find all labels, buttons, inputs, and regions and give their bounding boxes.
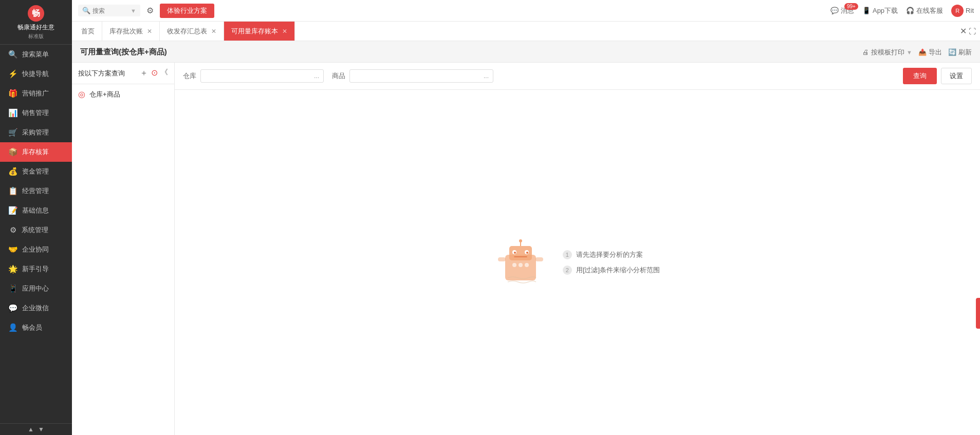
- goods-input[interactable]: ...: [349, 69, 493, 83]
- sidebar-scroll: 🔍 搜索菜单 ⚡ 快捷导航 🎁 营销推广 📊 销售管理 🛒 采购管理 📦 库存核…: [0, 45, 72, 423]
- print-btn[interactable]: 🖨 按模板打印 ▼: [862, 48, 912, 57]
- topbar-search-icon: 🔍: [82, 7, 90, 14]
- tab-summary-close[interactable]: ✕: [211, 28, 216, 35]
- topbar-gear-icon[interactable]: ⚙: [144, 4, 156, 17]
- sidebar-item-appcenter[interactable]: 📱 应用中心: [0, 279, 72, 298]
- topbar-service[interactable]: 🎧 在线客服: [906, 6, 943, 15]
- sidebar-label-inventory: 库存核算: [22, 147, 49, 157]
- svg-point-9: [512, 263, 516, 267]
- topbar-msg[interactable]: 💬 消息 99+: [830, 6, 854, 15]
- page-actions: 🖨 按模板打印 ▼ 📤 导出 🔄 刷新: [862, 48, 972, 57]
- tip-text-1: 请先选择要分析的方案: [576, 250, 643, 259]
- warehouse-label: 仓库: [183, 71, 196, 81]
- industry-btn[interactable]: 体验行业方案: [160, 4, 214, 18]
- sidebar-label-enterprise: 企业协同: [22, 245, 49, 254]
- sidebar-item-finance[interactable]: 💰 资金管理: [0, 162, 72, 181]
- print-dropdown-icon[interactable]: ▼: [907, 49, 912, 55]
- sidebar-label-appcenter: 应用中心: [22, 284, 49, 293]
- sidebar-label-wechat: 企业微信: [22, 304, 49, 313]
- tab-available-close[interactable]: ✕: [282, 28, 287, 35]
- svg-point-4: [514, 252, 516, 254]
- filter-header-label: 按以下方案查询: [78, 69, 125, 78]
- filter-collapse-icon[interactable]: 《: [161, 68, 168, 79]
- topbar-app[interactable]: 📱 App下载: [862, 6, 898, 15]
- sidebar-item-basic[interactable]: 📝 基础信息: [0, 201, 72, 220]
- refresh-btn[interactable]: 🔄 刷新: [948, 48, 972, 57]
- topbar-right: 💬 消息 99+ 📱 App下载 🎧 在线客服 R Rit: [830, 5, 974, 17]
- tabs-close-btn[interactable]: ✕: [960, 26, 967, 36]
- operation-icon: 📋: [8, 186, 18, 196]
- empty-tip-1: 1 请先选择要分析的方案: [563, 250, 660, 259]
- logo-title: 畅康通好生意: [17, 24, 54, 32]
- page-body: 按以下方案查询 ＋ ⊙ 《 ◎ 仓库+商品 仓库 ...: [72, 63, 980, 435]
- query-btn-group: 查询 设置: [903, 68, 972, 84]
- filter-header-actions: ＋ ⊙ 《: [140, 68, 168, 79]
- sidebar-item-operation[interactable]: 📋 经营管理: [0, 181, 72, 201]
- goods-field: 商品 ...: [332, 69, 493, 83]
- query-btn[interactable]: 查询: [903, 68, 937, 84]
- inventory-icon: 📦: [8, 147, 18, 157]
- filter-item-icon: ◎: [78, 89, 85, 99]
- warehouse-input[interactable]: ...: [200, 69, 324, 83]
- sidebar-item-member[interactable]: 👤 畅会员: [0, 318, 72, 337]
- export-btn[interactable]: 📤 导出: [918, 48, 942, 57]
- sidebar-item-sales[interactable]: 📊 销售管理: [0, 103, 72, 123]
- sidebar-scroll-up[interactable]: ▲: [28, 426, 34, 433]
- tabs-expand-btn[interactable]: ⛶: [969, 27, 976, 35]
- sidebar-label-operation: 经营管理: [22, 186, 49, 196]
- app-icon: 📱: [862, 7, 871, 14]
- sidebar-logo[interactable]: 畅 畅康通好生意 标准版: [0, 0, 72, 45]
- sidebar-item-marketing[interactable]: 🎁 营销推广: [0, 84, 72, 103]
- sidebar-label-sales: 销售管理: [22, 108, 49, 118]
- sales-icon: 📊: [8, 108, 18, 118]
- sidebar-scroll-down[interactable]: ▼: [38, 426, 44, 433]
- empty-tips: 1 请先选择要分析的方案 2 用[过滤]条件来缩小分析范围: [563, 250, 660, 275]
- appcenter-icon: 📱: [8, 284, 18, 293]
- app-label: App下载: [873, 6, 898, 15]
- tab-home[interactable]: 首页: [74, 22, 102, 41]
- logo-badge: 标准版: [28, 33, 44, 40]
- sidebar-item-newbie[interactable]: 🌟 新手引导: [0, 259, 72, 279]
- query-bar: 仓库 ... 商品 ... 查询 设置: [175, 63, 980, 90]
- tab-available[interactable]: 可用量库存账本 ✕: [224, 22, 295, 41]
- export-icon: 📤: [918, 48, 927, 56]
- main-area: 🔍 ▼ ⚙ 体验行业方案 💬 消息 99+ 📱 App下载 🎧 在线客服 R R…: [72, 0, 980, 435]
- svg-rect-12: [498, 257, 506, 261]
- topbar-search[interactable]: 🔍 ▼: [78, 5, 140, 16]
- sidebar-item-inventory[interactable]: 📦 库存核算: [0, 142, 72, 162]
- goods-label: 商品: [332, 71, 345, 81]
- filter-add-icon[interactable]: ＋: [140, 68, 148, 79]
- enterprise-icon: 🤝: [8, 245, 18, 254]
- tab-batch-close[interactable]: ✕: [147, 28, 152, 35]
- member-icon: 👤: [8, 323, 18, 332]
- empty-illustration: [495, 237, 546, 288]
- tab-batch[interactable]: 库存批次账 ✕: [102, 22, 160, 41]
- sidebar-item-purchase[interactable]: 🛒 采购管理: [0, 123, 72, 142]
- tip-num-1: 1: [563, 250, 572, 259]
- tab-summary[interactable]: 收发存汇总表 ✕: [160, 22, 224, 41]
- sidebar-item-enterprise[interactable]: 🤝 企业协同: [0, 240, 72, 259]
- setting-btn[interactable]: 设置: [941, 68, 972, 84]
- goods-more-icon[interactable]: ...: [484, 72, 489, 80]
- search-icon: 🔍: [8, 50, 18, 59]
- wechat-icon: 💬: [8, 304, 18, 313]
- sidebar-item-system[interactable]: ⚙ 系统管理: [0, 220, 72, 240]
- warehouse-more-icon[interactable]: ...: [314, 72, 319, 80]
- export-label: 导出: [929, 48, 942, 57]
- svg-point-11: [525, 263, 529, 267]
- search-input[interactable]: [93, 7, 128, 14]
- sidebar-item-shortcut[interactable]: ⚡ 快捷导航: [0, 64, 72, 84]
- sidebar-item-search[interactable]: 🔍 搜索菜单: [0, 45, 72, 64]
- sidebar-item-wechat[interactable]: 💬 企业微信: [0, 298, 72, 318]
- user-name: Rit: [966, 7, 974, 14]
- search-dropdown-icon[interactable]: ▼: [131, 8, 136, 14]
- print-label: 按模板打印: [871, 48, 904, 57]
- filter-gear-icon[interactable]: ⊙: [151, 68, 158, 79]
- right-scroll-hint[interactable]: [976, 298, 980, 329]
- system-icon: ⚙: [8, 225, 17, 235]
- sidebar-label-member: 畅会员: [22, 323, 42, 332]
- topbar-user[interactable]: R Rit: [951, 5, 974, 17]
- svg-point-10: [519, 263, 523, 267]
- filter-item-warehouse-goods[interactable]: ◎ 仓库+商品: [72, 84, 174, 104]
- filter-item-label: 仓库+商品: [89, 90, 120, 99]
